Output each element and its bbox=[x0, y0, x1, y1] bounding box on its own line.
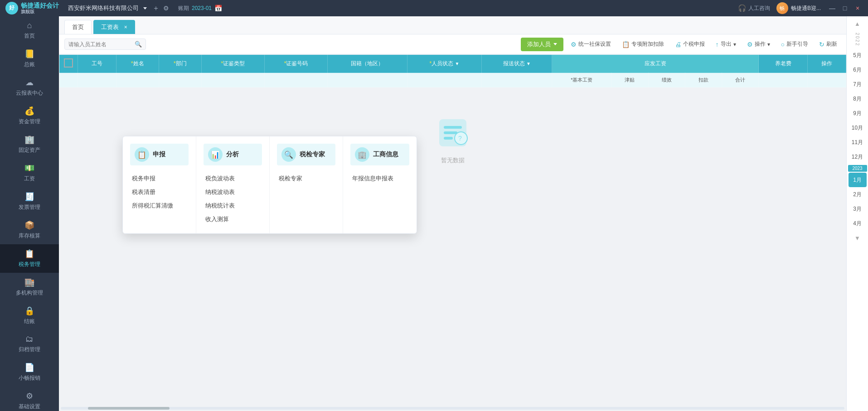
tax-return-button[interactable]: 🖨 个税申报 bbox=[671, 39, 708, 50]
date-month-2023-1[interactable]: 1月 bbox=[849, 173, 867, 187]
menu-item-income-calc[interactable]: 收入测算 bbox=[204, 213, 262, 226]
search-box[interactable]: 🔍 bbox=[64, 39, 146, 50]
sidebar-item-multi[interactable]: 🏬 多机构管理 bbox=[0, 273, 59, 301]
sidebar-item-tax[interactable]: 📋 税务管理 bbox=[0, 244, 59, 273]
assets-icon: 🏢 bbox=[24, 135, 34, 145]
window-controls: — □ × bbox=[827, 3, 863, 13]
menu-item-tax-payment[interactable]: 纳税波动表 bbox=[204, 185, 262, 199]
social-insurance-label: 统一社保设置 bbox=[578, 40, 611, 48]
menu-item-taxexpert[interactable]: 税检专家 bbox=[277, 172, 335, 185]
date-month-2022-11[interactable]: 11月 bbox=[849, 135, 867, 150]
maximize-button[interactable]: □ bbox=[840, 3, 850, 13]
export-label: 导出 bbox=[721, 40, 732, 48]
special-deduction-button[interactable]: 📋 专项附加扣除 bbox=[618, 39, 668, 50]
svg-rect-3 bbox=[444, 137, 453, 140]
tax-return-label: 个税申报 bbox=[683, 40, 705, 48]
date-panel-next-nav[interactable]: ▼ bbox=[850, 231, 865, 245]
tax-return-icon: 🖨 bbox=[675, 41, 681, 48]
select-all-checkbox[interactable] bbox=[64, 58, 73, 68]
sidebar-item-inventory[interactable]: 📦 库存核算 bbox=[0, 216, 59, 244]
company-dropdown-icon[interactable] bbox=[143, 7, 147, 10]
menu-section-analysis: 📊 分析 税负波动表 纳税波动表 纳税统计表 收入测算 bbox=[196, 136, 270, 233]
social-insurance-button[interactable]: ⚙ 统一社保设置 bbox=[567, 39, 615, 50]
menu-section-taxexpert-header: 🔍 税检专家 bbox=[277, 144, 335, 165]
sidebar-item-label: 工资 bbox=[24, 175, 35, 183]
date-month-2022-7[interactable]: 7月 bbox=[849, 77, 867, 92]
bizinfo-section-icon: 🏢 bbox=[355, 147, 369, 162]
analysis-title: 分析 bbox=[226, 150, 239, 159]
svg-rect-1 bbox=[444, 126, 462, 129]
date-month-2023-3[interactable]: 3月 bbox=[849, 202, 867, 216]
menu-section-analysis-header: 📊 分析 bbox=[204, 144, 262, 165]
social-insurance-icon: ⚙ bbox=[571, 41, 577, 48]
taxexpert-section-icon: 🔍 bbox=[281, 147, 296, 162]
subheader-deduction: 扣款 bbox=[685, 73, 722, 87]
subheader-base-salary: *基本工资 bbox=[552, 73, 611, 87]
scrollbar-thumb[interactable] bbox=[88, 407, 170, 410]
menu-item-tax-declare[interactable]: 税务申报 bbox=[130, 172, 189, 185]
subheader-empty11 bbox=[807, 73, 846, 87]
refresh-label: 刷新 bbox=[826, 40, 837, 48]
empty-icon: ? bbox=[435, 115, 471, 151]
date-month-2022-6[interactable]: 6月 bbox=[849, 63, 867, 77]
user-info[interactable]: 畅 畅捷通B迎... bbox=[776, 2, 821, 14]
sidebar-item-expense[interactable]: 📄 小畅报销 bbox=[0, 358, 59, 387]
refresh-button[interactable]: ↻ 刷新 bbox=[815, 39, 841, 50]
new-guide-button[interactable]: ○ 新手引导 bbox=[777, 39, 812, 50]
sidebar-item-label: 固定资产 bbox=[19, 146, 40, 154]
period-calendar-icon[interactable]: 📅 bbox=[214, 5, 222, 12]
logo-text: 畅捷通好会计 旗舰版 bbox=[21, 2, 59, 15]
date-month-2022-9[interactable]: 9月 bbox=[849, 106, 867, 121]
sidebar-item-ledger[interactable]: 📒 总账 bbox=[0, 44, 59, 73]
invoice-icon: 🧾 bbox=[24, 192, 34, 202]
tab-close-button[interactable]: × bbox=[124, 24, 127, 30]
search-input[interactable] bbox=[68, 41, 132, 48]
table-header-row: 工号 *姓名 *部门 *证鉴类型 *证鉴号码 国籍（地区） *人员状态 ▼ 报送… bbox=[59, 55, 846, 73]
operation-button[interactable]: ⚙ 操作 ▾ bbox=[743, 39, 774, 50]
tab-home[interactable]: 首页 bbox=[64, 20, 92, 34]
date-month-2022-12[interactable]: 12月 bbox=[849, 150, 867, 164]
sidebar-item-home[interactable]: ⌂ 首页 bbox=[0, 16, 59, 44]
tab-salary-table[interactable]: 工资表 × bbox=[93, 20, 135, 34]
close-button[interactable]: × bbox=[853, 3, 863, 13]
user-label: 畅捷通B迎... bbox=[791, 5, 821, 12]
special-deduction-icon: 📋 bbox=[622, 41, 630, 48]
menu-item-income-tax-calc[interactable]: 所得税汇算清缴 bbox=[130, 199, 189, 213]
sidebar-item-close-accounts[interactable]: 🔒 结账 bbox=[0, 301, 59, 330]
menu-item-tax-burden[interactable]: 税负波动表 bbox=[204, 172, 262, 185]
menu-section-taxexpert: 🔍 税检专家 税检专家 bbox=[270, 136, 343, 233]
menu-item-tax-stat[interactable]: 纳税统计表 bbox=[204, 199, 262, 213]
date-month-2022-8[interactable]: 8月 bbox=[849, 92, 867, 106]
sidebar-item-archive[interactable]: 🗂 归档管理 bbox=[0, 330, 59, 358]
sidebar-item-cloud[interactable]: ☁ 云报表中心 bbox=[0, 73, 59, 102]
content-area: 首页 工资表 × 🔍 添加人员 ⚙ 统一社保设置 bbox=[59, 16, 846, 411]
menu-item-annual-report[interactable]: 年报信息申报表 bbox=[350, 172, 409, 185]
sidebar-item-label: 税务管理 bbox=[19, 261, 40, 268]
date-month-2022-10[interactable]: 10月 bbox=[849, 121, 867, 135]
menu-item-tax-form[interactable]: 税表清册 bbox=[130, 185, 189, 199]
bottom-scrollbar[interactable] bbox=[59, 406, 846, 411]
sidebar-item-salary[interactable]: 💵 工资 bbox=[0, 159, 59, 187]
sidebar-item-invoice[interactable]: 🧾 发票管理 bbox=[0, 187, 59, 216]
add-company-button[interactable]: ＋ bbox=[152, 4, 160, 13]
date-panel-prev-nav[interactable]: ▲ bbox=[850, 16, 865, 31]
date-month-2023-4[interactable]: 4月 bbox=[849, 216, 867, 231]
current-year-badge: 2023 bbox=[848, 165, 867, 172]
date-month-2022-5[interactable]: 5月 bbox=[849, 48, 867, 63]
date-month-2023-2[interactable]: 2月 bbox=[849, 187, 867, 202]
sidebar-item-fund[interactable]: 💰 资金管理 bbox=[0, 102, 59, 130]
subheader-performance: 绩效 bbox=[648, 73, 685, 87]
settings-icon[interactable]: ⚙ bbox=[163, 5, 169, 12]
sidebar-item-settings[interactable]: ⚙ 基础设置 bbox=[0, 387, 59, 411]
sidebar-item-label: 归档管理 bbox=[19, 346, 40, 353]
minimize-button[interactable]: — bbox=[827, 3, 837, 13]
export-button[interactable]: ↑ 导出 ▾ bbox=[712, 39, 740, 50]
header-checkbox[interactable] bbox=[59, 55, 78, 73]
inventory-icon: 📦 bbox=[24, 220, 34, 230]
sidebar-item-assets[interactable]: 🏢 固定资产 bbox=[0, 130, 59, 159]
company-selector[interactable]: 西安虾米网络科技有限公司 ＋ ⚙ bbox=[68, 4, 169, 13]
support-button[interactable]: 🎧 人工咨询 bbox=[738, 4, 770, 12]
add-person-button[interactable]: 添加人员 bbox=[521, 38, 563, 51]
logo-icon: 好 bbox=[5, 2, 18, 15]
special-deduction-label: 专项附加扣除 bbox=[631, 40, 664, 48]
